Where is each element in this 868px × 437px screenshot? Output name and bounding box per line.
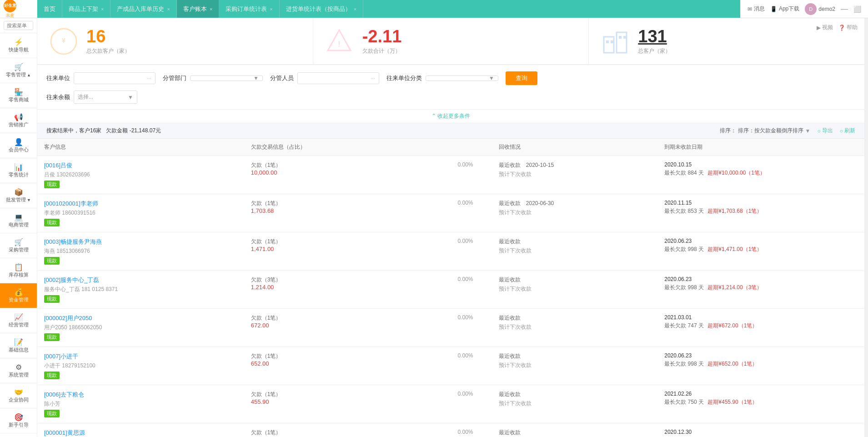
customer-name-2[interactable]: [0003]畅捷服务尹海燕 (44, 238, 237, 246)
message-button[interactable]: ✉ 消息 (748, 5, 765, 13)
debt-amount-2[interactable]: 1,471.00 (251, 246, 444, 252)
sidebar-item-purchase[interactable]: 🛒 采购管理 (0, 233, 37, 258)
collapse-filter-bar[interactable]: ⌃ 收起更多条件 (37, 109, 864, 123)
export-icon: ○ (818, 128, 821, 134)
sidebar-item-system[interactable]: ⚙ 系统管理 (0, 358, 37, 383)
debt-desc-6: 欠款（1笔） (251, 391, 444, 398)
col-customer-info: 客户信息 (37, 139, 244, 156)
sidebar-item-member[interactable]: 👤 会员中心 (0, 133, 37, 158)
overdue-amount-4[interactable]: 超期¥672.00（1笔） (707, 322, 758, 329)
sidebar-item-new-guide[interactable]: 🎯 新手引导 (0, 408, 37, 433)
filter-input-unit[interactable]: ··· (74, 72, 156, 84)
overdue-amount-1[interactable]: 超期¥1,703.68（1笔） (707, 208, 762, 214)
debt-amount-5[interactable]: 652.00 (251, 360, 444, 367)
export-button[interactable]: ○ 导出 (818, 127, 833, 135)
next-collect-3: 预计下次收款 (499, 285, 651, 293)
overdue-days-5: 最长欠款 998 天 (664, 361, 704, 367)
user-avatar[interactable]: D demo2 (805, 3, 835, 15)
customer-name-4[interactable]: [000002]用户2050 (44, 314, 237, 322)
tab-close-production[interactable]: × (167, 6, 170, 12)
customer-name-3[interactable]: [0002]服务中心_丁磊 (44, 276, 237, 284)
svg-text:!: ! (338, 40, 341, 48)
window-maximize[interactable]: ⬜ (853, 5, 861, 13)
sidebar-item-retail-mgmt[interactable]: 🛒 零售管理▲ (0, 58, 37, 83)
help-button[interactable]: ❓ 帮助 (838, 24, 858, 31)
svg-rect-8 (619, 36, 622, 39)
overdue-amount-2[interactable]: 超期¥1,471.00（1笔） (707, 246, 762, 252)
svg-rect-7 (611, 40, 613, 43)
tab-close-incoming[interactable]: × (354, 6, 356, 12)
customer-name-1[interactable]: [0001020001]李老师 (44, 200, 237, 208)
tab-close-products[interactable]: × (101, 6, 104, 12)
refresh-button[interactable]: ○ 刷新 (840, 127, 855, 135)
overdue-days-4: 最长欠款 747 天 (664, 322, 704, 329)
tab-production[interactable]: 产成品入库单历史 × (110, 0, 176, 18)
help-icon: ❓ (838, 25, 845, 31)
debt-pct-3: 0.00% (458, 276, 486, 282)
app-download-button[interactable]: 📱 App下载 (770, 5, 799, 13)
overdue-amount-6[interactable]: 超期¥455.90（1笔） (707, 399, 758, 405)
refresh-icon: ○ (840, 128, 843, 134)
filter-input-balance[interactable]: 选择... ▼ (74, 90, 137, 104)
sidebar-item-batch-mgmt[interactable]: 📦 批发管理▼ (0, 183, 37, 208)
tab-close-purchase[interactable]: × (270, 6, 272, 12)
tab-purchase-stats[interactable]: 采购订单统计表 × (219, 0, 279, 18)
debt-amount-3[interactable]: 1,214.00 (251, 284, 444, 291)
debt-desc-0: 欠款（1笔） (251, 161, 444, 169)
tab-products[interactable]: 商品上下架 × (62, 0, 110, 18)
sidebar-item-enterprise-collab[interactable]: 🤝 企业协同 (0, 383, 37, 408)
debt-amount-6[interactable]: 455.90 (251, 398, 444, 405)
sidebar-item-retail-stats[interactable]: 📊 零售统计 (0, 158, 37, 183)
customer-tag-4: 现款 (44, 333, 60, 341)
customers-table: 客户信息 欠款交易信息（占比） 回收情况 到期未收款日期 [0016]吕俊 (37, 139, 864, 437)
filter-input-dept[interactable]: ▼ (190, 75, 263, 81)
debt-amount-1[interactable]: 1,703.68 (251, 207, 444, 214)
table-row: [0002]服务中心_丁磊 服务中心_丁磊 181 0125 8371 现款 欠… (37, 271, 864, 309)
next-collect-4: 预计下次收款 (499, 323, 651, 331)
debt-amount-4[interactable]: 672.00 (251, 322, 444, 329)
debt-desc-2: 欠款（1笔） (251, 238, 444, 246)
customer-name-6[interactable]: [0006]去下粮仓 (44, 391, 237, 399)
tab-customer-account[interactable]: 客户账本 × (177, 0, 219, 18)
window-minimize[interactable]: — (841, 5, 848, 13)
overdue-amount-0[interactable]: 超期¥10,000.00（1笔） (707, 170, 765, 176)
sidebar-search-input[interactable] (4, 21, 33, 30)
sidebar-item-marketing[interactable]: 📢 营销推广 (0, 108, 37, 133)
customer-phone-2: 海燕 18513066976 (44, 247, 237, 255)
sidebar-item-inventory[interactable]: 📋 库存核算 (0, 258, 37, 283)
search-button[interactable]: 查询 (506, 71, 537, 85)
video-help-button[interactable]: ▶ 视频 (817, 24, 833, 31)
customer-name-5[interactable]: [0007]小进干 (44, 352, 237, 361)
next-collect-6: 预计下次收款 (499, 400, 651, 407)
filter-input-person[interactable]: ··· (297, 72, 379, 84)
tab-incoming-stats[interactable]: 进货单统计表（按商品） × (280, 0, 363, 18)
customer-name-7[interactable]: [000001]黄思源 (44, 429, 237, 437)
overdue-amount-3[interactable]: 超期¥1,214.00（3笔） (707, 284, 762, 291)
filter-input-category[interactable]: ▼ (426, 75, 498, 81)
last-collect-4: 最近收款 (499, 314, 651, 322)
last-collect-3: 最近收款 (499, 276, 651, 284)
sidebar-item-retail-store[interactable]: 🏪 零售商城 (0, 83, 37, 108)
customer-phone-1: 李老师 18600391516 (44, 209, 237, 217)
sidebar-item-ecommerce[interactable]: 💻 电商管理 (0, 208, 37, 233)
sidebar-item-app-center[interactable]: 📱 应用中心 (0, 433, 37, 437)
customer-tag-1: 现款 (44, 219, 60, 226)
sort-selector[interactable]: 排序： 排序：按欠款金额倒序排序 ▼ (720, 127, 811, 135)
sidebar-item-quick-nav[interactable]: ⚡ 快捷导航 (0, 33, 37, 58)
filter-label-unit: 往来单位 (46, 74, 70, 82)
tab-home[interactable]: 首页 (37, 0, 62, 18)
customer-name-0[interactable]: [0016]吕俊 (44, 161, 237, 170)
sidebar-item-operations[interactable]: 📈 经营管理 (0, 308, 37, 333)
results-amount: 欠款金额 -21,148.07元 (106, 127, 161, 135)
phone-icon: 📱 (770, 6, 777, 12)
overdue-days-6: 最长欠款 750 天 (664, 399, 704, 405)
summary-card-debt-customers: ¥ 16 总欠款客户（家） (37, 18, 313, 64)
overdue-amount-5[interactable]: 超期¥652.00（1笔） (707, 361, 758, 367)
debt-desc-7: 欠款（1笔） (251, 429, 444, 437)
debt-amount-0[interactable]: 10,000.00 (251, 169, 444, 176)
sidebar-item-basic-info[interactable]: 📝 基础信息 (0, 333, 37, 358)
overdue-days-1: 最长欠款 853 天 (664, 208, 704, 214)
sidebar-item-finance[interactable]: 💰 资金管理 (0, 283, 37, 308)
debt-customers-label: 总欠款客户（家） (86, 47, 130, 55)
tab-close-customer[interactable]: × (210, 6, 212, 12)
